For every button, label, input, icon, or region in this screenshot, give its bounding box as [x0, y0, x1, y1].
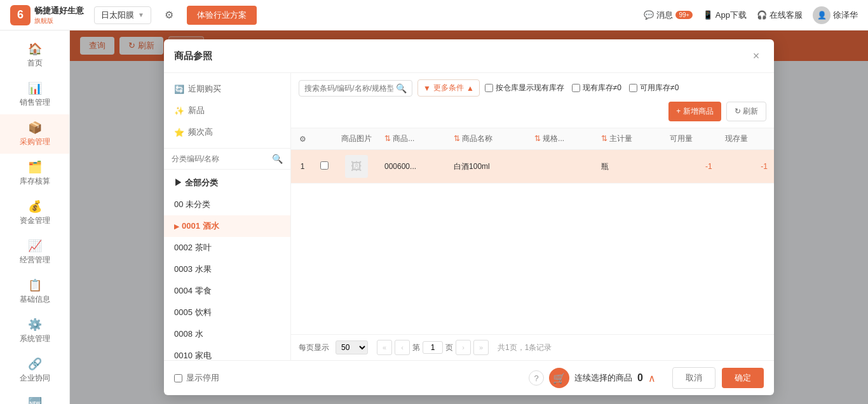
cancel-button[interactable]: 取消 — [672, 367, 715, 389]
sidebar: 🏠 首页 📊 销售管理 📦 采购管理 🗂️ 库存核算 💰 资金管理 📈 经营管理… — [0, 30, 70, 404]
first-page-btn[interactable]: « — [377, 340, 392, 355]
modal-overlay: 商品参照 × 🔄 近期购买 ✨ 新 — [70, 30, 868, 404]
frequent-tab[interactable]: ⭐ 频次高 — [164, 121, 290, 143]
prev-page-btn[interactable]: ‹ — [395, 340, 410, 355]
navbar-right: 💬 消息 99+ 📱 App下载 🎧 在线客服 👤 徐泽华 — [644, 6, 858, 24]
add-product-btn[interactable]: + 新增商品 — [668, 102, 721, 121]
product-panel: 🔍 ▼ 更多条件 ▲ 按仓库显示现有库存 — [291, 73, 774, 360]
cart-collapse-icon[interactable]: ∧ — [648, 372, 656, 384]
th-settings[interactable]: ⚙ — [291, 128, 314, 150]
th-name[interactable]: ⇅ 商品名称 — [447, 128, 528, 150]
help-icon[interactable]: ? — [529, 370, 544, 386]
refresh-btn[interactable]: ↻ 刷新 — [726, 102, 766, 121]
content-area: 查询 ↻ 刷新 设置 商品参照 × 🔄 — [70, 30, 868, 404]
sidebar-item-newbie[interactable]: 🆕 新手引导 — [0, 390, 69, 404]
row-checkbox[interactable] — [320, 161, 329, 170]
stock-ne0-checkbox[interactable]: 现有库存≠0 — [572, 83, 621, 93]
available-ne0-checkbox[interactable]: 可用库存≠0 — [629, 83, 679, 93]
page-buttons: « ‹ 第 页 › » — [377, 340, 489, 355]
settings-icon[interactable]: ⚙ — [159, 5, 179, 25]
disabled-checkbox[interactable] — [174, 374, 182, 382]
table-header-row: ⚙ 商品图片 ⇅ 商品... — [291, 128, 774, 150]
close-icon[interactable]: × — [749, 48, 764, 64]
last-page-btn[interactable]: » — [473, 340, 489, 355]
category-item-0010[interactable]: 0010 家电 — [164, 345, 290, 360]
td-index: 1 — [291, 150, 314, 184]
warehouse-display-checkbox[interactable]: 按仓库显示现有库存 — [485, 83, 564, 93]
product-search-input[interactable] — [304, 84, 393, 93]
product-search-icon[interactable]: 🔍 — [396, 83, 407, 93]
category-panel: 🔄 近期购买 ✨ 新品 ⭐ 频次高 — [164, 73, 291, 360]
avatar: 👤 — [813, 6, 831, 24]
frequent-icon: ⭐ — [174, 128, 184, 137]
cart-label: 连续选择的商品 — [574, 372, 632, 384]
category-tabs: 🔄 近期购买 ✨ 新品 ⭐ 频次高 — [164, 73, 290, 149]
new-products-tab[interactable]: ✨ 新品 — [164, 100, 290, 121]
category-search-input[interactable] — [172, 154, 268, 163]
basic-info-icon: 📋 — [28, 278, 42, 292]
per-page-select[interactable]: 50 10 20 100 — [336, 340, 368, 354]
sidebar-item-basic-info[interactable]: 📋 基础信息 — [0, 272, 69, 311]
active-arrow-icon: ▶ — [174, 223, 179, 230]
sort-unit-icon: ⇅ — [601, 134, 607, 143]
cart-count: 0 — [637, 372, 643, 384]
sidebar-item-home[interactable]: 🏠 首页 — [0, 36, 69, 75]
sidebar-item-operations[interactable]: 📈 经营管理 — [0, 232, 69, 272]
cart-icon[interactable]: 🛒 — [549, 368, 569, 388]
recent-purchase-tab[interactable]: 🔄 近期购买 — [164, 78, 290, 100]
product-search-box: 🔍 — [299, 80, 412, 97]
all-categories-item[interactable]: ▶ 全部分类 — [164, 172, 290, 194]
logo: 6 畅捷通好生意 旗舰版 — [10, 5, 84, 25]
category-item-0003[interactable]: 0003 水果 — [164, 259, 290, 280]
th-unit[interactable]: ⇅ 主计量 — [595, 128, 663, 150]
td-check[interactable] — [314, 150, 335, 184]
branch-selector[interactable]: 日太阳膜 ▼ — [94, 6, 151, 24]
main-layout: 🏠 首页 📊 销售管理 📦 采购管理 🗂️ 库存核算 💰 资金管理 📈 经营管理… — [0, 30, 868, 404]
more-filters-btn[interactable]: ▼ 更多条件 ▲ — [417, 79, 480, 97]
chevron-down-icon: ▼ — [138, 11, 144, 18]
category-search-icon[interactable]: 🔍 — [272, 154, 283, 164]
sidebar-item-purchase[interactable]: 📦 采购管理 — [0, 114, 69, 154]
th-stock[interactable]: 现存量 — [719, 128, 774, 150]
show-disabled-checkbox[interactable]: 显示停用 — [174, 372, 219, 384]
next-page-btn[interactable]: › — [456, 340, 471, 355]
th-available[interactable]: 可用量 — [663, 128, 719, 150]
product-toolbar: 🔍 ▼ 更多条件 ▲ 按仓库显示现有库存 — [291, 73, 774, 128]
sidebar-item-finance[interactable]: 💰 资金管理 — [0, 193, 69, 232]
sales-icon: 📊 — [28, 81, 42, 95]
category-item-0008[interactable]: 0008 水 — [164, 323, 290, 345]
messages-btn[interactable]: 💬 消息 99+ — [644, 10, 692, 21]
category-item-0002[interactable]: 0002 茶叶 — [164, 237, 290, 259]
product-table: ⚙ 商品图片 ⇅ 商品... — [291, 128, 774, 184]
per-page-label: 每页显示 — [299, 342, 329, 353]
td-name: 白酒100ml — [447, 150, 528, 184]
sidebar-item-sales[interactable]: 📊 销售管理 — [0, 75, 69, 114]
confirm-button[interactable]: 确定 — [722, 368, 764, 388]
finance-icon: 💰 — [28, 199, 42, 213]
th-code[interactable]: ⇅ 商品... — [378, 128, 447, 150]
all-categories-label: ▶ 全部分类 — [174, 177, 218, 189]
user-profile[interactable]: 👤 徐泽华 — [813, 6, 858, 24]
experience-btn[interactable]: 体验行业方案 — [187, 6, 257, 25]
recent-icon: 🔄 — [174, 84, 184, 94]
category-item-0004[interactable]: 0004 零食 — [164, 280, 290, 302]
sidebar-item-system[interactable]: ⚙️ 系统管理 — [0, 311, 69, 351]
td-spec — [528, 150, 595, 184]
home-icon: 🏠 — [28, 42, 42, 56]
sidebar-item-enterprise[interactable]: 🔗 企业协同 — [0, 351, 69, 390]
th-img: 商品图片 — [335, 128, 378, 150]
filter-arrow-icon: ▲ — [466, 84, 474, 93]
category-item-00[interactable]: 00 未分类 — [164, 194, 290, 215]
category-item-0001[interactable]: ▶ 0001 酒水 — [164, 215, 290, 237]
table-row[interactable]: 1 🖼 000600... 白酒100ml — [291, 150, 774, 184]
td-code: 000600... — [378, 150, 447, 184]
page-number-input[interactable] — [423, 341, 443, 354]
product-table-wrapper: ⚙ 商品图片 ⇅ 商品... — [291, 128, 774, 334]
th-spec[interactable]: ⇅ 规格... — [528, 128, 595, 150]
app-download-btn[interactable]: 📱 App下载 — [703, 10, 747, 21]
operations-icon: 📈 — [28, 239, 42, 253]
sidebar-item-inventory[interactable]: 🗂️ 库存核算 — [0, 154, 69, 193]
new-icon: ✨ — [174, 106, 184, 116]
online-service-btn[interactable]: 🎧 在线客服 — [757, 10, 803, 21]
category-item-0005[interactable]: 0005 饮料 — [164, 302, 290, 323]
